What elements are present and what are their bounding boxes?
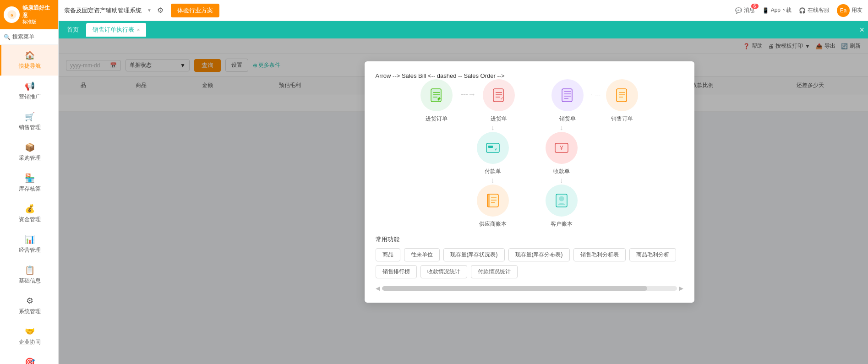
supplier-ledger-label: 供应商账本 (479, 220, 507, 228)
sidebar-item-enterprise[interactable]: 🤝 企业协同 (0, 321, 58, 352)
package-icon: 📦 (25, 142, 35, 152)
search-icon: 🔍 (4, 34, 11, 40)
svg-text:¥: ¥ (494, 147, 497, 152)
flow-node-sales-order[interactable]: 销售订单 (601, 79, 643, 123)
handshake-icon: 🤝 (25, 326, 35, 337)
flow-node-purchase-bill[interactable]: ✓ 进货单 (478, 79, 519, 123)
common-btn-sales-profit[interactable]: 销售毛利分析表 (573, 248, 626, 261)
close-all-button[interactable]: × (859, 25, 864, 35)
settings-icon[interactable]: ⚙ (157, 6, 164, 15)
scroll-thumb (382, 286, 648, 291)
common-btn-inventory-status[interactable]: 现存量(库存状况表) (443, 248, 505, 261)
message-action[interactable]: 💬 消息 6 (735, 6, 755, 14)
tab-close-icon[interactable]: × (137, 27, 140, 33)
receipt-bill-circle[interactable]: ¥ (546, 132, 578, 164)
common-btn-partner[interactable]: 往来单位 (404, 248, 440, 261)
flow-arrows-down-2: ↓ ↓ (376, 176, 683, 185)
system-dropdown[interactable]: ▼ (147, 8, 152, 13)
search-menu[interactable]: 🔍 搜索菜单 (0, 29, 58, 45)
system-title: 装备及固定资产辅助管理系统 (64, 6, 142, 15)
message-badge: 6 (751, 4, 759, 9)
flow-node-sales-bill[interactable]: 销货单 (547, 79, 588, 123)
popup-overlay[interactable]: Arrow --> Sales Bill <-- dashed -- Sales… (59, 38, 868, 364)
online-service-label: 在线客服 (808, 6, 830, 14)
svg-rect-16 (617, 89, 627, 102)
user-action[interactable]: Ea 用友 (837, 4, 863, 17)
svg-rect-11 (562, 89, 572, 102)
flow-row-1: 进货订单 - - - → ✓ 进货单 (376, 79, 683, 123)
sidebar-item-label: 经营管理 (19, 246, 41, 254)
sidebar-item-purchase[interactable]: 📦 采购管理 (0, 137, 58, 168)
sidebar-item-label: 基础信息 (19, 277, 41, 285)
popup-scrollbar[interactable] (382, 286, 677, 291)
popup-panel: Arrow --> Sales Bill <-- dashed -- Sales… (365, 61, 694, 303)
popup-scrollbar-container: ◀ ▶ (376, 285, 683, 292)
logo-icon: 6 (4, 6, 20, 23)
tab-home-label: 首页 (67, 26, 79, 34)
content-area: ❓ 帮助 🖨 按模板打印 ▼ 📤 导出 🔄 刷新 (59, 38, 868, 364)
common-btn-product-profit[interactable]: 商品毛利分析 (629, 248, 676, 261)
purchase-bill-circle[interactable]: ✓ (483, 79, 515, 111)
tab-sales-order[interactable]: 销售订单执行表 × (86, 23, 146, 37)
sidebar-item-base[interactable]: 📋 基础信息 (0, 260, 58, 290)
sidebar-item-finance[interactable]: 💰 资金管理 (0, 198, 58, 229)
sidebar-item-inventory[interactable]: 🏪 库存核算 (0, 168, 58, 198)
common-btn-inventory-dist[interactable]: 现存量(库存分布表) (508, 248, 570, 261)
common-btn-payment-stats[interactable]: 付款情况统计 (471, 265, 518, 278)
sidebar-item-operation[interactable]: 📊 经营管理 (0, 229, 58, 260)
sidebar-item-label: 资金管理 (19, 216, 41, 223)
experience-button[interactable]: 体验行业方案 (171, 4, 219, 17)
sidebar-item-label: 销售管理 (19, 124, 41, 131)
chevron-down-icon: ▼ (147, 8, 152, 13)
clipboard-icon: 📋 (25, 265, 35, 275)
flow-node-purchase-order[interactable]: 进货订单 (416, 79, 457, 123)
purchase-bill-label: 进货单 (491, 115, 507, 123)
purchase-order-circle[interactable] (420, 79, 453, 111)
payment-bill-circle[interactable]: ¥ (477, 132, 509, 164)
tab-bar: 首页 销售订单执行表 × × (59, 21, 868, 38)
flow-section: Arrow --> Sales Bill <-- dashed -- Sales… (376, 72, 683, 228)
tab-sales-order-label: 销售订单执行表 (93, 26, 134, 34)
sales-order-circle[interactable] (606, 79, 638, 111)
common-btn-sales-rank[interactable]: 销售排行榜 (376, 265, 417, 278)
customer-ledger-circle[interactable] (546, 185, 578, 217)
purchase-order-label: 进货订单 (426, 115, 448, 123)
sidebar-item-label: 库存核算 (19, 185, 41, 193)
chart-icon: 📊 (25, 234, 35, 244)
common-buttons-group: 商品 往来单位 现存量(库存状况表) 现存量(库存分布表) 销售毛利分析表 商品… (376, 248, 683, 278)
tab-home[interactable]: 首页 (60, 23, 85, 37)
online-service-action[interactable]: 🎧 在线客服 (799, 6, 830, 14)
app-download-action[interactable]: 📱 App下载 (762, 6, 792, 14)
arrow-to-purchase-bill: - - - → (461, 90, 475, 99)
sidebar-item-system[interactable]: ⚙ 系统管理 (0, 290, 58, 321)
home-icon: 🏠 (25, 50, 35, 60)
flow-node-supplier-ledger[interactable]: 供应商账本 (472, 185, 513, 228)
flow-node-customer-ledger[interactable]: 客户账本 (541, 185, 582, 228)
app-logo[interactable]: 6 畅康通好生意 标准版 (0, 0, 58, 29)
dashed-arrow-sales-order: ←- - - (590, 91, 600, 98)
common-btn-receipt-stats[interactable]: 收款情况统计 (420, 265, 467, 278)
sidebar-item-guide[interactable]: 🎯 新手引导 (0, 352, 58, 364)
flow-node-payment-bill[interactable]: ¥ 付款单 (472, 132, 513, 175)
sales-order-label: 销售订单 (611, 115, 633, 123)
flow-row-2: ¥ 付款单 ¥ 收款单 (376, 132, 683, 175)
sidebar-item-label: 采购管理 (19, 154, 41, 162)
flow-arrows-down: ↓ ↓ (376, 124, 683, 132)
common-btn-product[interactable]: 商品 (376, 248, 400, 261)
sidebar-item-marketing[interactable]: 📢 营销推广 (0, 76, 58, 106)
flow-node-receipt-bill[interactable]: ¥ 收款单 (541, 132, 582, 175)
supplier-ledger-circle[interactable] (477, 185, 509, 217)
scroll-left-arrow[interactable]: ◀ (376, 285, 380, 292)
receipt-bill-label: 收款单 (553, 168, 570, 175)
top-bar-right: 💬 消息 6 📱 App下载 🎧 在线客服 Ea 用友 (735, 4, 863, 17)
sidebar-item-sales[interactable]: 🛒 销售管理 (0, 106, 58, 137)
scroll-right-arrow[interactable]: ▶ (679, 285, 683, 292)
sales-bill-circle[interactable] (551, 79, 584, 111)
sidebar-item-label: 企业协同 (19, 338, 41, 346)
store-icon: 🏪 (25, 173, 35, 183)
svg-text:¥: ¥ (559, 144, 563, 152)
sidebar-item-label: 系统管理 (19, 308, 41, 315)
svg-point-31 (559, 196, 564, 201)
sidebar-item-quick-nav[interactable]: 🏠 快捷导航 (0, 45, 58, 76)
message-icon: 💬 (735, 7, 742, 14)
